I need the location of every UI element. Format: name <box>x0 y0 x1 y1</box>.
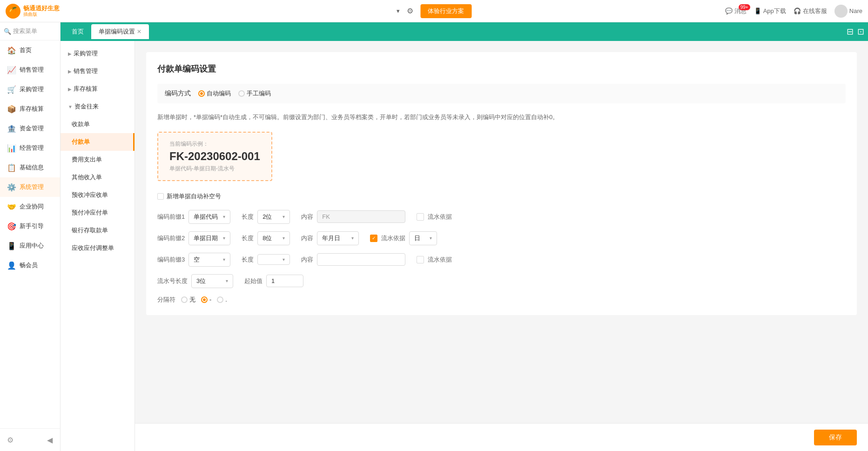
sub-group-inventory-label: 库存核算 <box>74 85 98 93</box>
tab-close-icon[interactable]: ✕ <box>137 28 141 35</box>
length2-select[interactable]: 8位 ▾ <box>257 231 290 245</box>
sub-item-bank-deposit[interactable]: 银行存取款单 <box>61 222 135 239</box>
app-label: App下载 <box>763 7 786 15</box>
sub-group-capital[interactable]: ▼ 资金往来 <box>61 98 135 115</box>
logo-main: 畅通逍好生意 <box>23 5 60 12</box>
stream1-field: 流水依据 <box>417 213 452 221</box>
sidebar-item-system[interactable]: ⚙️ 系统管理 <box>0 177 60 197</box>
logo-sub: 插曲版 <box>23 12 60 17</box>
sidebar-item-inventory[interactable]: 📦 库存核算 <box>0 99 60 119</box>
length2-arrow: ▾ <box>283 236 285 241</box>
content3-input[interactable] <box>317 253 405 266</box>
sidebar-item-home[interactable]: 🏠 首页 <box>0 40 60 60</box>
sidebar-search[interactable]: 🔍 搜索菜单 <box>0 22 60 40</box>
prefix2-select[interactable]: 单据日期 ▾ <box>188 231 230 245</box>
main-and-footer: 付款单编码设置 编码方式 自动编码 手 <box>135 41 868 451</box>
separator-none[interactable]: 无 <box>181 296 195 304</box>
app-download-item[interactable]: 📱 App下载 <box>754 7 786 15</box>
sidebar-item-operations[interactable]: 📊 经营管理 <box>0 138 60 158</box>
user-avatar <box>834 5 848 18</box>
home-icon: 🏠 <box>7 46 16 54</box>
radio-manual[interactable]: 手工编码 <box>238 89 271 98</box>
save-button[interactable]: 保存 <box>814 430 857 445</box>
radio-auto[interactable]: 自动编码 <box>198 89 231 98</box>
content2-select[interactable]: 年月日 ▾ <box>317 231 359 245</box>
sub-group-purchase-label: 采购管理 <box>74 49 98 58</box>
info-text: 新增单据时，*单据编码*自动生成，不可编辑。前缀设置为部门、业务员等档案类，开单… <box>157 113 846 122</box>
prefix2-field: 编码前缀2 单据日期 ▾ <box>157 231 230 245</box>
prefix1-select[interactable]: 单据代码 ▾ <box>188 210 230 224</box>
sidebar-item-purchase[interactable]: 🛒 采购管理 <box>0 80 60 99</box>
auto-fill-checkbox[interactable] <box>157 193 164 200</box>
sub-group-inventory[interactable]: ▶ 库存核算 <box>61 80 135 98</box>
stream3-checkbox[interactable] <box>417 256 424 263</box>
stream2-period-select[interactable]: 日 ▾ <box>409 231 437 245</box>
sub-item-payment[interactable]: 付款单 <box>61 133 135 151</box>
content-card: 付款单编码设置 编码方式 自动编码 手 <box>146 52 857 315</box>
sidebar-item-finance[interactable]: 🏦 资金管理 <box>0 119 60 138</box>
sub-item-expense[interactable]: 费用支出单 <box>61 151 135 168</box>
prefix-row-3: 编码前缀3 空 ▾ 长度 ▾ <box>157 253 846 267</box>
topbar-dropdown[interactable]: ▾ <box>397 7 400 14</box>
message-item[interactable]: 💬 消息 99+ <box>725 7 747 15</box>
fullscreen-icon[interactable]: ⊡ <box>857 27 864 37</box>
sub-group-purchase[interactable]: ▶ 采购管理 <box>61 45 135 62</box>
sub-item-ar-ap-adjust[interactable]: 应收应付调整单 <box>61 239 135 257</box>
dropdown-text: ▾ <box>397 7 400 14</box>
app-center-icon: 📱 <box>7 242 16 250</box>
sidebar-item-cooperation[interactable]: 🤝 企业协同 <box>0 197 60 216</box>
serial-length-label: 流水号长度 <box>157 277 188 285</box>
inner-layout: ▶ 采购管理 ▶ 销售管理 ▶ 库存核算 ▼ 资金往来 收款单 <box>61 41 868 451</box>
content1-field: 内容 <box>301 210 405 223</box>
expand-icon[interactable]: ⊟ <box>847 27 854 37</box>
sidebar-item-basic[interactable]: 📋 基础信息 <box>0 158 60 177</box>
start-value-input[interactable] <box>266 275 303 287</box>
length1-value: 2位 <box>262 213 272 221</box>
content-area: 首页 单据编码设置 ✕ ⊟ ⊡ ▶ 采购管理 ▶ 销售管理 <box>61 22 868 451</box>
sidebar-settings-icon[interactable]: ⚙ <box>4 433 17 446</box>
encoding-method-row: 编码方式 自动编码 手工编码 <box>157 84 846 103</box>
sidebar-item-app[interactable]: 📱 应用中心 <box>0 236 60 256</box>
sidebar-label-sales: 销售管理 <box>20 66 44 74</box>
settings-icon[interactable]: ⚙ <box>404 5 417 18</box>
sub-item-advance-payable[interactable]: 预付冲应付单 <box>61 204 135 222</box>
sub-item-expense-label: 费用支出单 <box>72 155 102 164</box>
auto-fill-row: 新增单据自动补空号 <box>157 192 846 201</box>
radio-auto-label: 自动编码 <box>207 89 231 98</box>
stream1-checkbox[interactable] <box>417 213 424 221</box>
sub-item-other-income[interactable]: 其他收入单 <box>61 168 135 186</box>
stream2-checkbox[interactable]: ✓ <box>370 235 377 242</box>
separator-label: 分隔符 <box>157 296 175 304</box>
tab-code-settings[interactable]: 单据编码设置 ✕ <box>91 24 149 39</box>
serial-length-select[interactable]: 3位 ▾ <box>191 274 233 288</box>
user-item[interactable]: Nare <box>834 5 862 18</box>
sub-group-sales[interactable]: ▶ 销售管理 <box>61 62 135 80</box>
sidebar-item-guide[interactable]: 🎯 新手引导 <box>0 216 60 236</box>
sidebar-item-member[interactable]: 👤 畅会员 <box>0 256 60 275</box>
service-item[interactable]: 🎧 在线客服 <box>794 7 827 15</box>
sub-item-receipt[interactable]: 收款单 <box>61 115 135 133</box>
length1-field: 长度 2位 ▾ <box>242 210 290 224</box>
sub-item-other-income-label: 其他收入单 <box>72 173 102 182</box>
length3-field: 长度 ▾ <box>242 254 290 265</box>
sidebar-item-sales[interactable]: 📈 销售管理 <box>0 60 60 80</box>
sidebar-collapse-icon[interactable]: ◀ <box>43 433 56 446</box>
sidebar-label-cooperation: 企业协同 <box>20 202 44 211</box>
guide-icon: 🎯 <box>7 222 16 230</box>
logo-area: 🍊 畅通逍好生意 插曲版 <box>6 4 60 19</box>
inventory-icon: 📦 <box>7 105 16 113</box>
service-icon: 🎧 <box>794 7 801 14</box>
operations-icon: 📊 <box>7 144 16 152</box>
separator-dash-label: - <box>209 296 211 303</box>
length1-select[interactable]: 2位 ▾ <box>257 210 290 224</box>
sub-item-advance-receivable[interactable]: 预收冲应收单 <box>61 186 135 204</box>
tab-home[interactable]: 首页 <box>64 24 91 39</box>
btn-experience[interactable]: 体验行业方案 <box>420 4 471 18</box>
encoding-method-label: 编码方式 <box>165 89 191 98</box>
logo-icon: 🍊 <box>6 4 20 19</box>
prefix3-select[interactable]: 空 ▾ <box>188 253 230 267</box>
separator-dash[interactable]: - <box>201 296 211 303</box>
separator-dot[interactable]: . <box>217 296 227 303</box>
content3-field: 内容 <box>301 253 405 266</box>
length3-select[interactable]: ▾ <box>257 254 290 265</box>
